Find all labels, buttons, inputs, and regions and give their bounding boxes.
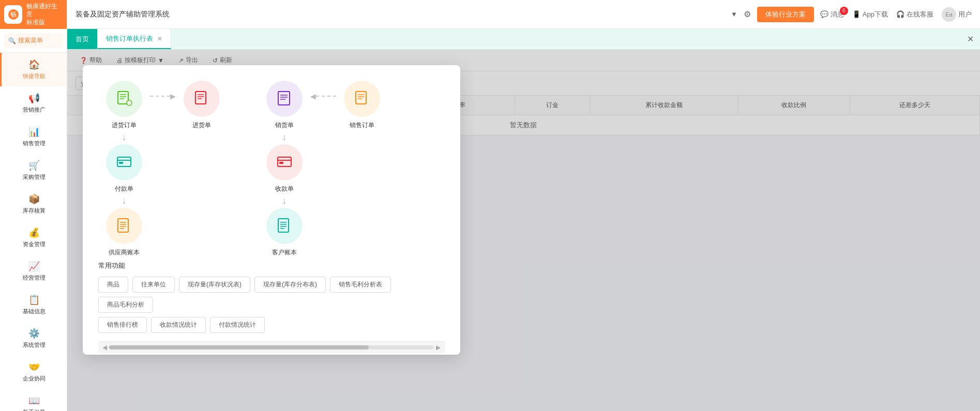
- purchase-order-icon: →: [106, 81, 142, 117]
- flow-node-payment[interactable]: 付款单: [98, 144, 150, 193]
- supplier-account-label: 供应商账本: [109, 248, 140, 257]
- purchase-bill-label: 进货单: [192, 121, 211, 130]
- enterprise-icon: 🤝: [28, 361, 40, 373]
- sidebar-item-operations[interactable]: 📈 经营管理: [0, 254, 67, 288]
- tab-sales-order-exec[interactable]: 销售订单执行表 ✕: [98, 29, 171, 49]
- common-btns-row-2: 销售排行榜 收款情况统计 付款情况统计: [98, 317, 445, 333]
- flow-node-sales-order[interactable]: 销售订单: [336, 81, 388, 130]
- newbie-icon: 📖: [28, 395, 40, 406]
- btn-stock-status[interactable]: 现存量(库存状况表): [179, 277, 250, 293]
- flow-node-purchase-bill[interactable]: 进货单: [176, 81, 228, 130]
- scroll-track[interactable]: [109, 345, 434, 349]
- sidebar-search: 🔍 搜索菜单: [0, 29, 67, 53]
- finance-icon: 💰: [28, 227, 40, 238]
- gear-icon[interactable]: ⚙: [744, 9, 751, 19]
- home-tab-label: 首页: [76, 35, 89, 44]
- receipt-icon: [266, 144, 303, 180]
- sidebar-item-sales[interactable]: 📊 销售管理: [0, 120, 67, 154]
- sidebar-nav: 🏠 快捷导航 📢 营销推广 📊 销售管理 🛒 采购管理 📦 库存核算 💰: [0, 53, 67, 411]
- btn-receipt-stats[interactable]: 收款情况统计: [151, 317, 206, 333]
- svg-rect-24: [278, 157, 291, 166]
- receipt-label: 收款单: [275, 185, 294, 193]
- flow-node-purchase-order[interactable]: → 进货订单: [98, 81, 150, 130]
- svg-rect-11: [118, 219, 128, 232]
- flow-node-sales-bill[interactable]: 销货单: [259, 81, 310, 130]
- topbar-actions: 💬 消息 6 📱 App下载 🎧 在线客服 Ea 用户: [820, 7, 972, 22]
- btn-partners[interactable]: 往来单位: [132, 277, 175, 293]
- sidebar-item-enterprise[interactable]: 🤝 企业协同: [0, 355, 67, 389]
- search-menu-button[interactable]: 🔍 搜索菜单: [4, 33, 63, 48]
- arrow-down-2: ↓: [282, 132, 287, 142]
- btn-sales-rank[interactable]: 销售排行榜: [98, 317, 147, 333]
- flow-node-supplier-account[interactable]: 供应商账本: [98, 208, 150, 257]
- logo-icon: 畅: [4, 5, 22, 24]
- svg-rect-10: [119, 162, 123, 164]
- customer-account-label: 客户账本: [272, 248, 297, 257]
- common-btns-row-1: 商品 往来单位 现存量(库存状况表) 现存量(库存分布表) 销售毛利分析表 商品…: [98, 277, 445, 313]
- svg-text:畅: 畅: [10, 11, 17, 18]
- btn-sales-profit[interactable]: 销售毛利分析表: [330, 277, 391, 293]
- sales-order-tab-label: 销售订单执行表: [106, 34, 153, 43]
- sales-order-label: 销售订单: [350, 121, 374, 130]
- experience-button[interactable]: 体验行业方案: [757, 7, 814, 22]
- sidebar-item-basic-info[interactable]: 📋 基础信息: [0, 288, 67, 322]
- arrow-right-1: ▶: [150, 92, 176, 100]
- sidebar-item-system[interactable]: ⚙️ 系统管理: [0, 322, 67, 355]
- sidebar-item-inventory[interactable]: 📦 库存核算: [0, 187, 67, 221]
- system-title: 装备及固定资产辅助管理系统: [76, 10, 725, 19]
- flow-node-receipt[interactable]: 收款单: [259, 144, 310, 193]
- arrow-down-4: ↓: [282, 195, 287, 206]
- purchase-order-label: 进货订单: [112, 121, 137, 130]
- payment-label: 付款单: [115, 185, 133, 193]
- purchase-icon: 🛒: [28, 160, 40, 171]
- download-icon: 📱: [852, 10, 861, 18]
- app-container: 畅 畅康通好生意 标准版 🔍 搜索菜单 🏠 快捷导航 📢 营销推广: [0, 0, 980, 411]
- tab-close-icon[interactable]: ✕: [157, 35, 162, 42]
- sidebar-item-marketing[interactable]: 📢 营销推广: [0, 86, 67, 120]
- modal-body: → 进货订单 ↓: [83, 65, 460, 355]
- sales-bill-icon: [266, 81, 303, 117]
- sidebar-item-finance[interactable]: 💰 资金管理: [0, 221, 67, 254]
- flow-modal: → 进货订单 ↓: [83, 65, 460, 355]
- inventory-icon: 📦: [28, 193, 40, 205]
- tab-home[interactable]: 首页: [67, 29, 98, 49]
- basic-info-icon: 📋: [28, 294, 40, 306]
- scroll-thumb: [109, 345, 369, 349]
- btn-goods[interactable]: 商品: [98, 277, 128, 293]
- svg-rect-16: [195, 92, 206, 104]
- main-area: 装备及固定资产辅助管理系统 ▼ ⚙ 体验行业方案 💬 消息 6 📱 App下载 …: [67, 0, 980, 411]
- flow-diagram: → 进货订单 ↓: [98, 81, 445, 257]
- home-icon: 🏠: [28, 59, 40, 70]
- common-functions-title: 常用功能: [98, 261, 445, 270]
- topbar: 装备及固定资产辅助管理系统 ▼ ⚙ 体验行业方案 💬 消息 6 📱 App下载 …: [67, 0, 980, 29]
- message-action[interactable]: 💬 消息 6: [820, 10, 844, 19]
- svg-rect-20: [278, 92, 290, 105]
- arrow-down-1: ↓: [122, 132, 127, 142]
- arrow-down-3: ↓: [122, 195, 127, 206]
- sidebar-item-purchase[interactable]: 🛒 采购管理: [0, 154, 67, 187]
- svg-rect-26: [279, 162, 283, 164]
- close-all-tabs[interactable]: ✕: [961, 29, 980, 49]
- sidebar-item-newbie[interactable]: 📖 新手引导: [0, 389, 67, 411]
- app-download-action[interactable]: 📱 App下载: [852, 10, 888, 19]
- online-service-action[interactable]: 🎧 在线客服: [896, 10, 933, 19]
- modal-overlay: → 进货订单 ↓: [67, 50, 980, 411]
- btn-payment-stats[interactable]: 付款情况统计: [210, 317, 265, 333]
- sales-order-icon: [344, 81, 380, 117]
- scroll-left-btn[interactable]: ◀: [102, 344, 107, 351]
- scroll-right-btn[interactable]: ▶: [436, 344, 441, 351]
- system-icon: ⚙️: [28, 328, 40, 339]
- btn-stock-dist[interactable]: 现存量(库存分布表): [254, 277, 326, 293]
- arrow-left-1: ◀: [310, 92, 336, 100]
- system-dropdown[interactable]: ▼: [731, 10, 737, 18]
- svg-rect-32: [356, 92, 366, 104]
- btn-goods-profit[interactable]: 商品毛利分析: [98, 297, 153, 313]
- supplier-account-icon: [106, 208, 142, 244]
- user-action[interactable]: Ea 用户: [942, 7, 972, 22]
- flow-node-customer-account[interactable]: 客户账本: [259, 208, 310, 257]
- customer-account-icon: [266, 208, 303, 244]
- content-area: ❓ 帮助 🖨 按模板打印 ▼ ↗ 导出 ↺ 刷新: [67, 50, 980, 411]
- logo-text: 畅康通好生意 标准版: [26, 3, 63, 27]
- sidebar-item-quick-nav[interactable]: 🏠 快捷导航: [0, 53, 67, 86]
- sales-bill-label: 销货单: [275, 121, 294, 130]
